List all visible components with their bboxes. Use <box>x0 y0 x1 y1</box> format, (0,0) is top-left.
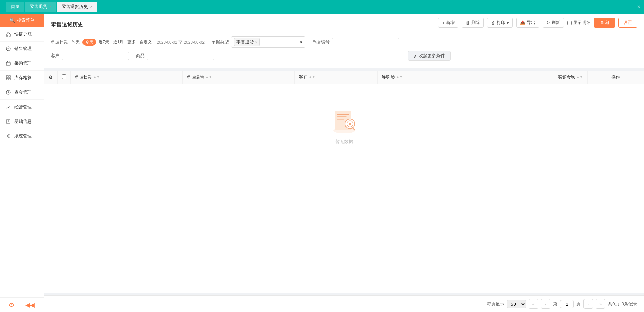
sidebar-item-inventory[interactable]: 库存核算 <box>0 71 44 85</box>
col-guide-label: 导购员 <box>382 74 395 80</box>
sidebar-settings-btn[interactable]: ⚙ <box>9 301 14 309</box>
col-check[interactable] <box>57 71 70 84</box>
sidebar-item-basic-info[interactable]: 基础信息 <box>0 114 44 129</box>
type-tag-item: 零售退货 × <box>234 38 260 46</box>
content-area: 零售退货历史 + 新增 🗑 删除 🖨 打印 ▾ 📤 导出 <box>44 14 644 312</box>
main-layout: 🔍 搜索菜单 快捷导航 销售管理 采购管理 库存核算 <box>0 14 644 312</box>
col-op-label: 操作 <box>611 74 620 80</box>
date-today[interactable]: 今天 <box>82 39 96 46</box>
col-settings[interactable]: ⚙ <box>44 71 57 84</box>
empty-state: 暂无数据 <box>44 84 644 165</box>
customer-filter: 客户 ... <box>51 52 129 60</box>
page-header: 零售退货历史 + 新增 🗑 删除 🖨 打印 ▾ 📤 导出 <box>44 14 644 32</box>
sidebar-audio-btn[interactable]: ◀◀ <box>25 301 35 309</box>
show-detail-input[interactable] <box>567 21 572 25</box>
goods-filter: 商品 ... <box>136 52 214 60</box>
customer-select[interactable]: ... <box>62 52 129 60</box>
date-yesterday[interactable]: 昨天 <box>70 39 81 46</box>
sidebar-item-sales[interactable]: 销售管理 <box>0 42 44 56</box>
svg-rect-3 <box>9 76 10 77</box>
sidebar-item-sales-label: 销售管理 <box>14 46 32 52</box>
sidebar-item-inventory-label: 库存核算 <box>14 75 32 81</box>
page-input[interactable]: 1 <box>560 300 574 308</box>
col-number-sort[interactable]: 单据编号 ▲▼ <box>187 74 290 80</box>
refresh-button[interactable]: ↻ 刷新 <box>543 18 564 28</box>
sidebar-item-finance-label: 资金管理 <box>14 89 32 95</box>
type-tag: 零售退货 × <box>234 38 260 46</box>
sidebar-item-finance[interactable]: 资金管理 <box>0 85 44 100</box>
tab-return-history[interactable]: 零售退货历史 × <box>57 2 97 12</box>
operations-icon <box>5 104 11 110</box>
next-page-btn[interactable]: › <box>583 299 593 309</box>
svg-rect-5 <box>9 78 10 80</box>
col-guide-sort[interactable]: 导购员 ▲▼ <box>382 74 471 80</box>
select-all-checkbox[interactable] <box>62 74 66 79</box>
filter-area: 单据日期 昨天 今天 近7天 近1月 更多 自定义 2023-06-02 至 2… <box>44 32 644 68</box>
col-number-label: 单据编号 <box>187 74 204 80</box>
settings-icon[interactable]: ⚙ <box>49 75 53 80</box>
print-dropdown-icon: ▾ <box>507 20 509 25</box>
sidebar-item-purchase[interactable]: 采购管理 <box>0 56 44 71</box>
new-label: 新增 <box>446 20 455 26</box>
export-icon: 📤 <box>520 20 525 25</box>
tab-return[interactable]: 零售退货 × <box>25 2 56 12</box>
date-1month[interactable]: 近1月 <box>112 39 125 46</box>
col-customer-sort[interactable]: 客户 ▲▼ <box>299 74 373 80</box>
page-title: 零售退货历史 <box>51 21 438 28</box>
print-icon: 🖨 <box>491 20 495 25</box>
sidebar-footer: ⚙ ◀◀ <box>0 297 44 312</box>
date-7days[interactable]: 近7天 <box>97 39 111 46</box>
tab-return-close[interactable]: × <box>49 5 51 9</box>
inventory-icon <box>5 75 11 81</box>
table-wrapper: ⚙ 单据日期 ▲▼ 单据编号 <box>44 71 644 293</box>
query-button[interactable]: 查询 <box>594 18 615 28</box>
col-amount-label: 实销金额 <box>558 74 575 80</box>
type-select[interactable]: 零售退货 × ▾ <box>231 36 305 48</box>
tab-return-history-close[interactable]: × <box>90 5 92 9</box>
per-page-select[interactable]: 20 50 100 <box>507 300 526 308</box>
plus-icon: + <box>442 20 445 25</box>
setting-button[interactable]: 设置 <box>618 18 637 28</box>
sidebar-item-quick-nav[interactable]: 快捷导航 <box>0 27 44 42</box>
new-button[interactable]: + 新增 <box>438 18 458 28</box>
export-button[interactable]: 📤 导出 <box>516 18 539 28</box>
show-detail-checkbox[interactable]: 显示明细 <box>567 20 591 26</box>
sidebar-search-label: 搜索菜单 <box>17 17 34 23</box>
per-page-label: 每页显示 <box>487 301 504 307</box>
goods-dots: ... <box>151 53 154 58</box>
window-close-button[interactable]: × <box>637 3 641 10</box>
topbar-tabs: 首页 零售退货 × 零售退货历史 × <box>6 2 637 12</box>
sidebar-search[interactable]: 🔍 搜索菜单 <box>0 14 44 27</box>
number-filter: 单据编号 <box>312 38 399 46</box>
col-date-sort[interactable]: 单据日期 ▲▼ <box>75 74 178 80</box>
empty-text: 暂无数据 <box>335 139 353 145</box>
filter-row-1: 单据日期 昨天 今天 近7天 近1月 更多 自定义 2023-06-02 至 2… <box>51 36 637 48</box>
sidebar-item-system[interactable]: 系统管理 <box>0 129 44 143</box>
sidebar-item-purchase-label: 采购管理 <box>14 60 32 66</box>
date-filter-label: 单据日期 <box>51 39 68 45</box>
svg-rect-2 <box>6 76 8 77</box>
tab-home[interactable]: 首页 <box>6 2 24 12</box>
delete-button[interactable]: 🗑 删除 <box>462 18 484 28</box>
col-amount-sort[interactable]: 实销金额 ▲▼ <box>479 74 583 80</box>
type-tag-close[interactable]: × <box>255 40 257 44</box>
page-label: 第 <box>553 301 557 307</box>
system-icon <box>5 133 11 139</box>
filter-row-2: 客户 ... 商品 ... ∧ 收起更多条件 <box>51 51 637 61</box>
col-op: 操作 <box>587 71 644 84</box>
date-more[interactable]: 更多 <box>126 39 137 46</box>
purchase-icon <box>5 60 11 66</box>
number-input[interactable] <box>332 38 399 46</box>
goods-select[interactable]: ... <box>147 52 214 60</box>
date-custom[interactable]: 自定义 <box>138 39 153 46</box>
svg-point-8 <box>8 135 9 137</box>
sidebar-item-operations[interactable]: 经营管理 <box>0 100 44 114</box>
svg-point-0 <box>6 47 10 51</box>
last-page-btn[interactable]: » <box>596 299 605 309</box>
prev-page-btn[interactable]: ‹ <box>541 299 550 309</box>
collapse-btn[interactable]: ∧ 收起更多条件 <box>408 51 451 61</box>
export-label: 导出 <box>527 20 535 26</box>
first-page-btn[interactable]: « <box>529 299 538 309</box>
print-button[interactable]: 🖨 打印 ▾ <box>487 18 513 28</box>
home-icon <box>5 31 11 37</box>
